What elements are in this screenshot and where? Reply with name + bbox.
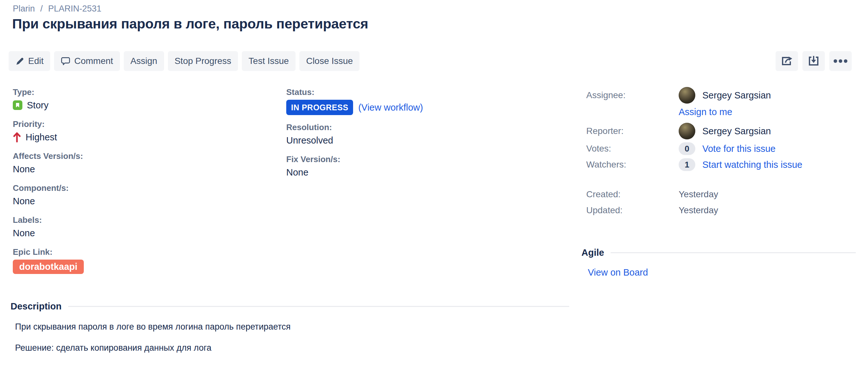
export-button[interactable]: [802, 51, 825, 71]
description-section: Description При скрывания пароля в логе …: [10, 300, 569, 354]
comment-button[interactable]: Comment: [54, 51, 120, 71]
assignee-avatar: [679, 87, 695, 104]
toolbar-actions: [776, 51, 852, 71]
edit-button-label: Edit: [28, 56, 43, 66]
view-on-board-link[interactable]: View on Board: [588, 266, 648, 279]
updated-label: Updated:: [582, 205, 679, 215]
assign-button[interactable]: Assign: [124, 51, 164, 71]
epic-link-pill[interactable]: dorabotkaapi: [13, 260, 84, 274]
assignee-name-link[interactable]: Sergey Sargsian: [702, 90, 771, 101]
export-icon: [807, 55, 820, 67]
assignee-row: Assignee: Sergey Sargsian: [582, 86, 856, 104]
field-status: Status: IN PROGRESS (View workflow): [286, 86, 549, 115]
field-components: Component/s: None: [13, 182, 269, 208]
breadcrumb: Plarin / PLARIN-2531: [13, 4, 101, 14]
fix-versions-value: None: [286, 166, 549, 179]
close-issue-button[interactable]: Close Issue: [299, 51, 360, 71]
watchers-count-badge: 1: [679, 158, 695, 171]
story-icon: [13, 100, 22, 110]
affects-versions-label: Affects Version/s:: [13, 150, 269, 162]
share-button[interactable]: [776, 51, 798, 71]
created-label: Created:: [582, 189, 679, 199]
affects-versions-value: None: [13, 162, 269, 176]
created-row: Created: Yesterday: [582, 187, 856, 202]
breadcrumb-separator: /: [40, 4, 43, 14]
issue-title: При скрывания пароля в логе, пароль пере…: [12, 16, 368, 32]
description-paragraph: При скрывания пароля в логе во время лог…: [15, 321, 569, 332]
updated-row: Updated: Yesterday: [582, 203, 856, 218]
status-label: Status:: [286, 86, 549, 98]
field-affects-versions: Affects Version/s: None: [13, 150, 269, 176]
priority-value: Highest: [26, 130, 57, 144]
assign-button-label: Assign: [130, 56, 157, 66]
field-epic-link: Epic Link: dorabotkaapi: [13, 246, 269, 274]
priority-label: Priority:: [13, 118, 269, 130]
toolbar: Edit Comment Assign Stop Progress Test I…: [9, 51, 360, 71]
view-workflow-link[interactable]: (View workflow): [358, 102, 423, 113]
votes-row: Votes: 0 Vote for this issue: [582, 141, 856, 157]
assign-to-me-row: Assign to me: [582, 105, 856, 118]
stop-progress-button-label: Stop Progress: [175, 56, 231, 66]
issue-page: Plarin / PLARIN-2531 При скрывания парол…: [0, 0, 868, 367]
fix-versions-label: Fix Version/s:: [286, 154, 549, 165]
votes-count-badge: 0: [679, 142, 695, 155]
labels-value: None: [13, 226, 269, 240]
agile-divider: [611, 252, 856, 253]
field-priority: Priority: Highest: [13, 118, 269, 144]
resolution-label: Resolution:: [286, 122, 549, 133]
agile-section-title: Agile: [582, 247, 604, 258]
details-column: Type: Story Priority: Highest Affects Ve…: [13, 86, 269, 274]
vote-for-issue-link[interactable]: Vote for this issue: [702, 143, 776, 154]
field-resolution: Resolution: Unresolved: [286, 122, 549, 147]
description-divider: [68, 306, 569, 307]
comment-button-label: Comment: [74, 56, 113, 66]
more-actions-icon: [833, 59, 847, 63]
more-actions-button[interactable]: [829, 51, 852, 71]
resolution-value: Unresolved: [286, 134, 549, 147]
epic-link-label: Epic Link:: [13, 246, 269, 258]
breadcrumb-project-link[interactable]: Plarin: [13, 4, 35, 14]
assignee-label: Assignee:: [582, 90, 679, 100]
reporter-row: Reporter: Sergey Sargsian: [582, 122, 856, 140]
description-paragraph: Решение: сделать копирования данных для …: [15, 342, 569, 354]
created-value: Yesterday: [679, 189, 718, 199]
field-labels: Labels: None: [13, 214, 269, 240]
field-type: Type: Story: [13, 86, 269, 112]
reporter-name-link[interactable]: Sergey Sargsian: [702, 126, 771, 136]
assign-to-me-link[interactable]: Assign to me: [679, 107, 733, 117]
test-issue-button-label: Test Issue: [248, 56, 289, 66]
labels-label: Labels:: [13, 214, 269, 226]
edit-button[interactable]: Edit: [9, 51, 50, 71]
share-icon: [780, 55, 794, 67]
components-label: Component/s:: [13, 182, 269, 194]
agile-section: Agile View on Board: [582, 246, 856, 279]
reporter-label: Reporter:: [582, 126, 679, 136]
field-fix-versions: Fix Version/s: None: [286, 154, 549, 179]
type-value: Story: [27, 98, 49, 112]
watchers-row: Watchers: 1 Start watching this issue: [582, 157, 856, 173]
status-badge: IN PROGRESS: [286, 100, 353, 115]
people-panel: Assignee: Sergey Sargsian Assign to me R…: [582, 86, 856, 218]
description-section-title: Description: [10, 301, 62, 312]
stop-progress-button[interactable]: Stop Progress: [168, 51, 238, 71]
watchers-label: Watchers:: [582, 160, 679, 170]
breadcrumb-issue-key-link[interactable]: PLARIN-2531: [48, 4, 102, 14]
start-watching-link[interactable]: Start watching this issue: [702, 160, 802, 170]
type-label: Type:: [13, 86, 269, 98]
votes-label: Votes:: [582, 143, 679, 154]
reporter-avatar: [679, 123, 695, 139]
updated-value: Yesterday: [679, 205, 718, 215]
arrow-up-icon: [13, 132, 21, 142]
close-issue-button-label: Close Issue: [306, 56, 353, 66]
status-column: Status: IN PROGRESS (View workflow) Reso…: [286, 86, 549, 179]
components-value: None: [13, 194, 269, 208]
comment-bubble-icon: [61, 56, 70, 66]
test-issue-button[interactable]: Test Issue: [242, 51, 296, 71]
pencil-icon: [16, 57, 24, 66]
